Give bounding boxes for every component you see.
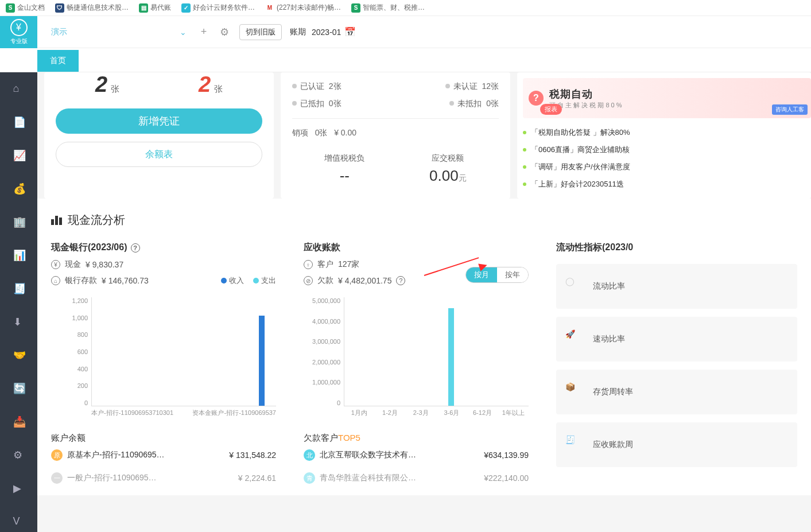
sidebar: ⌂ 📄 📈 💰 🏢 📊 🧾 ⬇ 🤝 🔄 📥 ⚙ ▶ V xyxy=(0,72,37,532)
sidebar-home-icon[interactable]: ⌂ xyxy=(0,78,37,99)
account-amount: ¥ 131,548.22 xyxy=(229,451,276,460)
debt-icon: ⊘ xyxy=(304,276,313,285)
account-row[interactable]: 原 原基本户-招行-11090695… ¥ 131,548.22 xyxy=(51,444,276,467)
toggle-month-button[interactable]: 按月 xyxy=(466,267,497,282)
account-amount: ¥ 2,224.61 xyxy=(238,473,276,483)
customer-icon: ♀ xyxy=(304,260,313,269)
sidebar-building-icon[interactable]: 🏢 xyxy=(0,211,37,232)
tab-home[interactable]: 首页 xyxy=(37,50,79,72)
tax-card: 已认证 2张 未认证 12张 已抵扣 0张 未抵扣 0张 销项 0张 ¥ 0.0… xyxy=(281,72,510,199)
bookmark-item[interactable]: ▤易代账 xyxy=(139,3,171,13)
period-value: 2023-01 xyxy=(312,28,341,37)
debt-value: ¥ 4,482,001.75 xyxy=(338,276,391,285)
ar-chart: 01,000,0002,000,0003,000,0004,000,0005,0… xyxy=(304,297,529,424)
logo-icon: ¥ xyxy=(10,19,28,36)
period-label: 账期 xyxy=(290,27,306,37)
sidebar-inbox-icon[interactable]: 📥 xyxy=(0,411,37,432)
help-icon[interactable]: ? xyxy=(131,243,140,253)
sidebar-gear-icon[interactable]: ⚙ xyxy=(0,444,37,465)
sidebar-report-icon[interactable]: 📊 xyxy=(0,244,37,265)
customer-amount: ¥222,140.00 xyxy=(484,473,529,483)
liquidity-current-ratio[interactable]: ◯ 流动比率 xyxy=(556,264,797,309)
tax-payable-label: 应交税额 xyxy=(429,153,467,164)
sidebar-invoice-icon[interactable]: 🧾 xyxy=(0,278,37,298)
legend-expense: 支出 xyxy=(253,275,276,286)
customer-count: 127家 xyxy=(338,259,359,270)
customer-row[interactable]: 北 北京互帮联众数字技术有… ¥634,139.99 xyxy=(304,444,529,467)
liquidity-card: 流动性指标(2023/0 ◯ 流动比率 🚀 速动比率 📦 存货周转率 🧾 应收账… xyxy=(542,236,811,495)
cash-bank-card: 现金银行(2023/06) ? ¥ 现金 ¥ 9,830.37 ⌂ 银行存款 ¥… xyxy=(37,236,290,495)
question-icon: ? xyxy=(529,91,544,106)
support-badge: 咨询人工客 xyxy=(772,104,808,115)
receipt-icon: 🧾 xyxy=(565,435,585,455)
rank-badge-icon: 青 xyxy=(304,472,315,484)
news-item[interactable]: 「调研」用友客户/伙伴满意度 xyxy=(523,158,811,176)
sidebar-analytics-icon[interactable]: 📈 xyxy=(0,145,37,165)
account-row[interactable]: 一 一般户-招行-11090695… ¥ 2,224.61 xyxy=(51,467,276,490)
voucher-card: 2张 2张 新增凭证 余额表 xyxy=(44,72,274,199)
settings-icon[interactable]: ⚙ xyxy=(216,24,232,40)
top5-customers-title: 欠款客户TOP5 xyxy=(304,433,529,444)
liquidity-title: 流动性指标(2023/0 xyxy=(556,242,633,254)
news-item[interactable]: 「税期自助化答疑 」解决80% xyxy=(523,124,811,141)
rocket-icon: 🚀 xyxy=(565,329,585,349)
vat-burden-value: -- xyxy=(324,167,364,185)
bookmark-item[interactable]: M(227封未读邮件)畅… xyxy=(265,3,341,13)
logo-text: 专业版 xyxy=(10,37,28,45)
content-area: 2张 2张 新增凭证 余额表 已认证 2张 未认证 12张 已抵扣 0张 未抵扣… xyxy=(37,72,811,532)
cash-icon: ¥ xyxy=(51,260,60,269)
bookmark-item[interactable]: S金山文档 xyxy=(6,3,45,13)
cash-bank-title: 现金银行(2023/06) xyxy=(51,242,127,254)
switch-old-version-button[interactable]: 切到旧版 xyxy=(239,24,282,40)
voucher-count-left: 2 xyxy=(95,72,107,97)
liquidity-ar-cycle[interactable]: 🧾 应收账款周 xyxy=(556,422,797,467)
receivables-title: 应收账款 xyxy=(304,242,340,254)
chevron-down-icon: ⌄ xyxy=(180,28,187,37)
legend-income: 收入 xyxy=(221,275,244,286)
sidebar-video-icon[interactable]: ▶ xyxy=(0,477,37,498)
help-icon[interactable]: ? xyxy=(396,276,405,285)
company-selector[interactable]: 演示 ⌄ xyxy=(44,22,193,42)
liquidity-quick-ratio[interactable]: 🚀 速动比率 xyxy=(556,317,797,362)
account-balance-title: 账户余额 xyxy=(51,433,276,444)
bookmark-item[interactable]: ✓好会计云财务软件… xyxy=(181,3,255,13)
sidebar-transfer-icon[interactable]: 🔄 xyxy=(0,378,37,398)
bookmarks-bar: S金山文档 🛡畅捷通信息技术股… ▤易代账 ✓好会计云财务软件… M(227封未… xyxy=(0,0,811,16)
bank-chart: 02004006008001,0001,200 本户-招行-1109069537… xyxy=(51,297,276,424)
news-banner[interactable]: ? 税期自动 可 自 主 解 决 税 期 8 0 % 报表 咨询人工客 xyxy=(523,78,811,118)
page-tabs: 首页 xyxy=(0,48,811,72)
add-icon[interactable]: + xyxy=(196,24,212,40)
calendar-icon[interactable]: 📅 xyxy=(344,26,356,37)
cashflow-section-title: 现金流分析 xyxy=(37,199,811,236)
tax-payable-value: 0.00 xyxy=(429,167,459,184)
voucher-count-right: 2 xyxy=(199,72,211,97)
new-voucher-button[interactable]: 新增凭证 xyxy=(56,108,262,134)
cash-value: ¥ 9,830.37 xyxy=(86,260,123,269)
bookmark-item[interactable]: S智能票、财、税推… xyxy=(351,3,425,13)
ratio-icon: ◯ xyxy=(565,277,585,296)
bar-chart-icon xyxy=(51,216,62,225)
deposit-value: ¥ 146,760.73 xyxy=(102,276,149,285)
receivables-card: 应收账款 ♀ 客户 127家 ⊘ 欠款 ¥ 4,482,001.75 ? 按月 … xyxy=(290,236,542,495)
liquidity-inventory-turnover[interactable]: 📦 存货周转率 xyxy=(556,370,797,414)
company-name: 演示 xyxy=(51,27,67,37)
news-item[interactable]: 「上新」好会计20230511迭 xyxy=(523,176,811,193)
header: ¥ 专业版 演示 ⌄ + ⚙ 切到旧版 账期 2023-01 📅 xyxy=(0,16,811,48)
sidebar-voucher-icon[interactable]: 📄 xyxy=(0,111,37,132)
logo[interactable]: ¥ 专业版 xyxy=(0,16,37,48)
bank-icon: ⌂ xyxy=(51,276,60,285)
news-card: ? 税期自动 可 自 主 解 决 税 期 8 0 % 报表 咨询人工客 「税期自… xyxy=(517,72,811,199)
news-item[interactable]: 「0606直播」商贸企业辅助核 xyxy=(523,141,811,158)
customer-row[interactable]: 青 青岛华胜蓝合科技有限公… ¥222,140.00 xyxy=(304,467,529,490)
period-toggle: 按月 按年 xyxy=(465,267,529,283)
bookmark-item[interactable]: 🛡畅捷通信息技术股… xyxy=(55,3,129,13)
vat-burden-label: 增值税税负 xyxy=(324,153,364,164)
toggle-year-button[interactable]: 按年 xyxy=(497,267,528,282)
sidebar-handshake-icon[interactable]: 🤝 xyxy=(0,344,37,365)
box-icon: 📦 xyxy=(565,382,585,402)
sidebar-v-icon[interactable]: V xyxy=(0,511,37,531)
sidebar-download-icon[interactable]: ⬇ xyxy=(0,311,37,332)
sidebar-money-icon[interactable]: 💰 xyxy=(0,178,37,199)
balance-sheet-button[interactable]: 余额表 xyxy=(56,142,262,167)
report-badge: 报表 xyxy=(540,104,562,115)
